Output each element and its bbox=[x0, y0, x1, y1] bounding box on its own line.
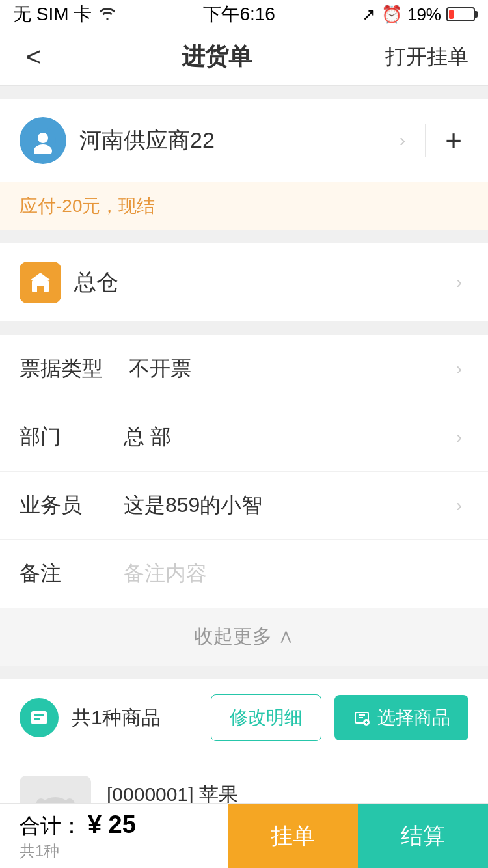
supplier-chevron-icon: › bbox=[400, 130, 405, 151]
products-header: 共1种商品 修改明细 选择商品 bbox=[0, 679, 488, 757]
form-section: 票据类型 不开票 › 部门 总 部 › 业务员 这是859的小智 › 备注 备注… bbox=[0, 334, 488, 608]
alarm-icon: ⏰ bbox=[381, 5, 402, 25]
supplier-row[interactable]: 河南供应商22 › + bbox=[0, 99, 488, 182]
department-label: 部门 bbox=[20, 423, 98, 452]
notice-bar: 应付-20元，现结 bbox=[0, 182, 488, 230]
salesperson-label: 业务员 bbox=[20, 491, 98, 520]
location-icon: ↗ bbox=[362, 5, 376, 25]
section-gap-3 bbox=[0, 321, 488, 334]
invoice-type-label: 票据类型 bbox=[20, 355, 103, 383]
page-title: 进货单 bbox=[182, 41, 252, 73]
svg-point-1 bbox=[38, 133, 48, 143]
warehouse-icon bbox=[20, 262, 61, 303]
products-count: 共1种商品 bbox=[72, 705, 198, 731]
supplier-name: 河南供应商22 bbox=[79, 126, 400, 156]
remark-label: 备注 bbox=[20, 560, 98, 588]
hang-button[interactable]: 挂单 bbox=[228, 804, 358, 869]
open-pending-button[interactable]: 打开挂单 bbox=[385, 43, 468, 72]
vertical-divider bbox=[425, 124, 426, 157]
section-gap-4 bbox=[0, 666, 488, 679]
add-button[interactable]: + bbox=[439, 118, 468, 163]
remark-row[interactable]: 备注 备注内容 bbox=[0, 539, 488, 608]
department-value: 总 部 bbox=[124, 423, 456, 452]
warehouse-row[interactable]: 总仓 › bbox=[0, 243, 488, 321]
salesperson-chevron-icon: › bbox=[456, 495, 462, 516]
back-button[interactable]: < bbox=[20, 36, 47, 78]
status-time: 下午6:16 bbox=[203, 2, 275, 27]
svg-rect-5 bbox=[37, 286, 44, 292]
salesperson-value: 这是859的小智 bbox=[124, 491, 456, 520]
supplier-avatar bbox=[20, 117, 66, 164]
products-icon bbox=[20, 698, 59, 737]
total-count: 共1种 bbox=[20, 841, 208, 861]
svg-rect-7 bbox=[34, 714, 44, 716]
battery-icon bbox=[446, 7, 475, 21]
section-gap-1 bbox=[0, 86, 488, 99]
select-product-button[interactable]: 选择商品 bbox=[334, 695, 468, 740]
status-bar: 无 SIM 卡 下午6:16 ↗ ⏰ 19% bbox=[0, 0, 488, 29]
wifi-icon bbox=[98, 4, 116, 25]
total-section: 合计： ¥ 25 共1种 bbox=[0, 811, 228, 861]
remark-input[interactable]: 备注内容 bbox=[124, 560, 468, 588]
department-row[interactable]: 部门 总 部 › bbox=[0, 403, 488, 471]
section-gap-2 bbox=[0, 230, 488, 243]
warehouse-name: 总仓 bbox=[74, 267, 456, 297]
invoice-type-row[interactable]: 票据类型 不开票 › bbox=[0, 334, 488, 403]
warehouse-chevron-icon: › bbox=[456, 272, 462, 293]
total-label: 合计： bbox=[20, 814, 82, 837]
edit-details-button[interactable]: 修改明细 bbox=[211, 694, 321, 741]
collapse-bar[interactable]: 收起更多 ∧ bbox=[0, 608, 488, 666]
bottom-bar: 合计： ¥ 25 共1种 挂单 结算 bbox=[0, 803, 488, 868]
supplier-section: 河南供应商22 › + 应付-20元，现结 bbox=[0, 99, 488, 230]
status-left: 无 SIM 卡 bbox=[13, 2, 116, 27]
checkout-button[interactable]: 结算 bbox=[358, 804, 488, 869]
svg-marker-4 bbox=[30, 273, 51, 280]
invoice-type-chevron-icon: › bbox=[456, 359, 462, 379]
select-product-label: 选择商品 bbox=[377, 705, 450, 730]
invoice-type-value: 不开票 bbox=[129, 355, 456, 383]
total-label-row: 合计： ¥ 25 bbox=[20, 811, 208, 841]
svg-rect-8 bbox=[34, 718, 40, 720]
total-amount: ¥ 25 bbox=[88, 811, 136, 838]
product-code: [0000001] 苹果 bbox=[107, 783, 238, 805]
carrier-label: 无 SIM 卡 bbox=[13, 2, 92, 27]
department-chevron-icon: › bbox=[456, 427, 462, 448]
battery-percent: 19% bbox=[407, 5, 441, 25]
warehouse-section: 总仓 › bbox=[0, 243, 488, 321]
salesperson-row[interactable]: 业务员 这是859的小智 › bbox=[0, 471, 488, 539]
status-right: ↗ ⏰ 19% bbox=[362, 5, 475, 25]
nav-bar: < 进货单 打开挂单 bbox=[0, 29, 488, 86]
